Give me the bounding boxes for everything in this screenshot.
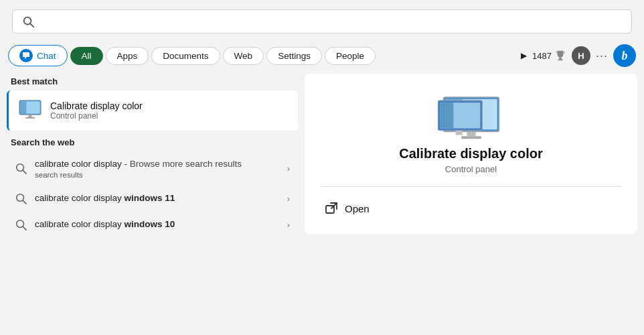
filter-extra: ▶ 1487 H ··· b bbox=[521, 44, 636, 67]
web-result-3-text: calibrate color display windows 10 bbox=[35, 218, 279, 231]
tab-documents[interactable]: Documents bbox=[151, 47, 220, 65]
web-search-icon-1 bbox=[15, 162, 27, 174]
app-preview-monitor-icon bbox=[438, 94, 505, 146]
svg-line-13 bbox=[23, 201, 27, 204]
svg-line-11 bbox=[23, 171, 27, 174]
chat-bubble-icon bbox=[22, 52, 30, 60]
svg-rect-24 bbox=[461, 136, 481, 139]
trophy-icon bbox=[554, 50, 566, 62]
tab-all-label: All bbox=[82, 51, 92, 61]
filter-bar: Chat All Apps Documents Web Settings Peo… bbox=[0, 40, 644, 74]
web-search-icon-3 bbox=[15, 218, 27, 230]
web-result-1-sub: search results bbox=[35, 171, 279, 179]
main-content: Best match Calibrate display color Contr… bbox=[0, 74, 644, 241]
left-panel: Best match Calibrate display color Contr… bbox=[0, 74, 305, 241]
svg-rect-23 bbox=[467, 132, 475, 137]
search-input[interactable]: calibrate color display bbox=[41, 16, 622, 27]
tab-chat-label: Chat bbox=[37, 51, 56, 61]
open-button[interactable]: Open bbox=[321, 199, 374, 218]
chat-icon-circle bbox=[19, 49, 33, 62]
best-match-label: Best match bbox=[11, 76, 294, 86]
avatar-label: H bbox=[578, 51, 584, 61]
score-value: 1487 bbox=[532, 51, 552, 61]
chevron-right-icon-1: › bbox=[287, 163, 290, 174]
web-result-1-text: calibrate color display - Browse more se… bbox=[35, 158, 279, 179]
play-button[interactable]: ▶ bbox=[521, 51, 527, 60]
svg-rect-9 bbox=[25, 117, 35, 119]
web-result-1[interactable]: calibrate color display - Browse more se… bbox=[7, 151, 298, 186]
open-external-icon bbox=[325, 202, 338, 215]
svg-point-12 bbox=[17, 194, 24, 202]
web-search-icon-2 bbox=[15, 192, 27, 204]
monitor-icon bbox=[18, 98, 42, 123]
svg-rect-6 bbox=[21, 102, 27, 114]
svg-line-15 bbox=[23, 227, 27, 230]
right-panel-app-sub: Control panel bbox=[445, 164, 497, 174]
svg-rect-2 bbox=[559, 58, 562, 60]
tab-apps[interactable]: Apps bbox=[106, 47, 149, 65]
svg-rect-22 bbox=[440, 103, 453, 128]
web-result-3-main: calibrate color display windows 10 bbox=[35, 218, 279, 231]
web-result-1-main: calibrate color display - Browse more se… bbox=[35, 158, 279, 171]
app-name: Calibrate display color bbox=[50, 100, 143, 111]
svg-point-10 bbox=[17, 164, 24, 172]
tab-web-label: Web bbox=[234, 51, 253, 61]
right-panel-app-name: Calibrate display color bbox=[399, 146, 543, 161]
app-sub: Control panel bbox=[50, 111, 143, 121]
tab-all[interactable]: All bbox=[70, 47, 103, 65]
divider bbox=[321, 186, 621, 187]
right-panel: Calibrate display color Control panel Op… bbox=[305, 74, 637, 234]
tab-people-label: People bbox=[336, 51, 364, 61]
tab-people[interactable]: People bbox=[325, 47, 376, 65]
tab-web[interactable]: Web bbox=[223, 47, 264, 65]
search-box[interactable]: calibrate color display bbox=[12, 9, 632, 34]
web-result-3[interactable]: calibrate color display windows 10 › bbox=[7, 212, 298, 238]
svg-rect-25 bbox=[455, 131, 462, 135]
more-options-button[interactable]: ··· bbox=[596, 49, 608, 63]
svg-point-14 bbox=[17, 220, 24, 228]
best-match-text: Calibrate display color Control panel bbox=[50, 100, 143, 121]
svg-point-0 bbox=[24, 17, 31, 25]
svg-rect-3 bbox=[558, 59, 562, 60]
web-result-2[interactable]: calibrate color display windows 11 › bbox=[7, 186, 298, 212]
top-bar: calibrate color display bbox=[0, 0, 644, 40]
svg-rect-8 bbox=[28, 115, 31, 117]
svg-line-1 bbox=[31, 24, 34, 27]
tab-apps-label: Apps bbox=[117, 51, 138, 61]
tab-settings-label: Settings bbox=[278, 51, 311, 61]
chevron-right-icon-2: › bbox=[287, 194, 290, 204]
bing-label: b bbox=[622, 49, 628, 63]
tab-chat[interactable]: Chat bbox=[8, 45, 68, 66]
bing-button[interactable]: b bbox=[613, 44, 636, 67]
best-match-item[interactable]: Calibrate display color Control panel bbox=[7, 90, 298, 131]
svg-rect-7 bbox=[27, 102, 40, 114]
tab-settings[interactable]: Settings bbox=[266, 47, 322, 65]
chevron-right-icon-3: › bbox=[287, 220, 290, 230]
web-result-2-text: calibrate color display windows 11 bbox=[35, 192, 279, 205]
tab-documents-label: Documents bbox=[163, 51, 208, 61]
open-label: Open bbox=[345, 203, 370, 214]
web-result-2-main: calibrate color display windows 11 bbox=[35, 192, 279, 205]
user-avatar[interactable]: H bbox=[572, 46, 590, 65]
search-web-label: Search the web bbox=[11, 137, 294, 147]
search-icon bbox=[22, 15, 34, 27]
score-badge: 1487 bbox=[532, 50, 566, 62]
